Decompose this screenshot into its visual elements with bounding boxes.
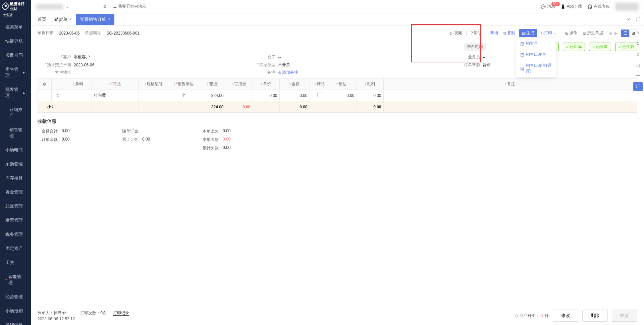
product-count: ◇ 商品种类： 1 种 (515, 313, 549, 319)
sidebar-item-label: 小畅报销 (5, 308, 23, 314)
print-button[interactable]: ⎙打印⌄ (540, 29, 558, 37)
payment-title: 收款信息 (38, 118, 637, 124)
sidebar-item-10[interactable]: 资金管理 (0, 185, 31, 199)
sidebar-item-8[interactable]: 采购管理 (0, 157, 31, 171)
close-all-tabs-icon[interactable]: ✕ (625, 16, 632, 23)
org-name-blurred (36, 4, 63, 9)
history-button[interactable]: ▤历史单据 (581, 29, 604, 37)
col-price[interactable]: ▴▾单价 (253, 78, 279, 90)
sidebar-item-4[interactable]: 批发管理▲ (0, 83, 31, 103)
sidebar-item-5[interactable]: 营销推广 (0, 103, 31, 123)
right-rail: ✎ ↻ ☺ ◰ ⚯ ⛶ (633, 25, 644, 94)
rail-user-icon[interactable]: ☺ (633, 50, 643, 59)
col-remark[interactable]: ▴▾备注 (383, 78, 637, 90)
sidebar-item-label: 发票管理 (5, 217, 23, 223)
view-list-icon[interactable]: ☰ (621, 30, 629, 37)
generate-dropdown: ▤销货单 ▤销售出库单 ▤销售出库单(退库) (516, 38, 556, 77)
tab-1[interactable]: 销货单× (50, 14, 76, 25)
rail-history-icon[interactable]: ↻ (633, 39, 643, 48)
video-link[interactable]: ▷视频 (449, 29, 464, 37)
sidebar-item-15[interactable]: 工资 (0, 256, 31, 270)
dropdown-item-return[interactable]: ▤销售出库单(退库) (516, 60, 556, 77)
brand-edition: 专业版 (0, 13, 31, 17)
tabs-bar: 首页销货单×查看销售订单× ✕ ⛶ (31, 13, 644, 25)
row-unit: 个 (169, 90, 199, 101)
close-icon[interactable]: × (69, 17, 72, 22)
delete-button[interactable]: 删除 (582, 310, 608, 322)
delivery-value: 2023-06-06 (74, 63, 94, 67)
fullscreen-icon[interactable]: ⛶ (635, 16, 641, 23)
sidebar-item-7[interactable]: 小畅电商 (0, 143, 31, 157)
add-button[interactable]: +新增 (486, 29, 499, 37)
warehouse-value: -- (278, 55, 281, 60)
rail-note-icon[interactable]: ✎ (633, 28, 643, 38)
sidebar-item-label: 智能管理 (8, 274, 25, 286)
add-note-link[interactable]: ⊕添加备注 (278, 70, 298, 75)
customer-service-link[interactable]: 🎧 在线客服 (587, 4, 610, 9)
sidebar-item-16[interactable]: 智能管理 (0, 270, 31, 290)
next-doc-icon[interactable]: ▶ (613, 30, 619, 37)
sidebar-item-label: 批发管理 (5, 87, 22, 99)
col-qty[interactable]: ▴▾*数量 (199, 78, 226, 90)
demo-link[interactable]: ☁ 我要看实例演示 (113, 4, 146, 9)
rail-ticket-icon[interactable]: ◰ (633, 60, 643, 70)
print-log-link[interactable]: 打印记录 (113, 311, 129, 316)
col-product[interactable]: ▴▾*商品 (92, 78, 139, 90)
modify-button[interactable]: 修改 (553, 310, 578, 322)
sidebar-item-14[interactable]: 固定资产 (0, 241, 31, 256)
sidebar-item-13[interactable]: 税务管理 (0, 227, 31, 241)
doc-toolbar: 单据日期 2023-06-06 单据编号 SO-20230606-001 ▷视频… (31, 25, 644, 41)
col-amount[interactable]: ▴▾金额 (279, 78, 310, 90)
col-available[interactable]: ▴▾可用量 (226, 78, 253, 90)
current-debt-label: 本单欠款 (199, 137, 219, 143)
messages-link[interactable]: 💬 消息 99+ (541, 4, 555, 9)
org-settings-icon[interactable]: ⚙ (101, 3, 109, 11)
app-download-link[interactable]: 📱 App下载 (560, 4, 582, 9)
source-value: 普通 (483, 62, 491, 68)
sidebar-item-11[interactable]: 总账管理 (0, 199, 31, 213)
table-row[interactable]: 1 打包费 个 324.00 0.00 0.00 0.00 0.00 (38, 90, 637, 101)
org-selector[interactable]: ⌄ (36, 4, 97, 9)
help-link[interactable]: ?帮助 (469, 29, 483, 37)
sidebar-item-6[interactable]: 销售管理 (0, 123, 31, 143)
tab-2[interactable]: 查看销售订单× (76, 14, 114, 25)
col-spec[interactable]: ▴▾规格型号 (139, 78, 169, 90)
copy-button[interactable]: ⧉复制 (502, 29, 517, 37)
col-gear[interactable]: ⚙ (38, 78, 51, 90)
tab-0[interactable]: 首页 (34, 14, 50, 25)
delivery-label: 预计交货日期 (47, 62, 71, 67)
col-estimate[interactable]: ▴▾预估... (330, 78, 357, 90)
sidebar-item-12[interactable]: 发票管理 (0, 213, 31, 227)
sidebar-item-1[interactable]: 快捷导航 (0, 34, 31, 48)
sidebar-item-18[interactable]: 小畅报销 (0, 304, 31, 318)
close-icon[interactable]: × (108, 17, 110, 22)
operate-button[interactable]: ⊞操作 (564, 29, 579, 37)
rail-link-icon[interactable]: ⚯ (633, 71, 643, 80)
dropdown-item-outbound[interactable]: ▤销售出库单 (516, 49, 556, 60)
out-badge: ✓已出库 (563, 43, 585, 51)
generate-button[interactable]: ▤生成 ▤销货单 ▤销售出库单 ▤销售出库单(退库) (519, 29, 537, 37)
col-profit[interactable]: ▴▾毛利 (357, 78, 383, 90)
address-value: -- (74, 70, 76, 75)
checkbox-icon[interactable] (317, 93, 322, 97)
sidebar-item-19[interactable]: 基础信息 (0, 318, 31, 325)
user-avatar-blurred[interactable] (615, 3, 639, 11)
col-unit[interactable]: ▴▾*销售单位 (169, 78, 199, 90)
source-chip: 来自电脑 (464, 43, 486, 51)
col-barcode[interactable]: ▴▾条码 (65, 78, 92, 90)
sidebar-item-2[interactable]: 项目合同 (0, 48, 31, 62)
row-estimate: 0.00 (330, 90, 357, 101)
sidebar-item-3[interactable]: 零售管理▼ (0, 62, 31, 83)
col-gift[interactable]: ▴▾赠品 (310, 78, 330, 90)
rail-expand-icon[interactable]: ⛶ (633, 82, 643, 91)
accum-deposit-value: 0.00 (142, 137, 150, 143)
sidebar-item-9[interactable]: 库存核算 (0, 171, 31, 185)
sidebar-item-17[interactable]: 经营管理 (0, 290, 31, 304)
prev-doc-icon[interactable]: ◀ (607, 30, 612, 37)
doc-date-value: 2023-06-06 (59, 31, 79, 36)
row-gift[interactable] (310, 90, 330, 101)
total-value: 0.00 (62, 128, 69, 134)
print-icon: ⎙ (541, 31, 543, 36)
dropdown-item-sales[interactable]: ▤销货单 (516, 38, 556, 49)
sidebar-item-0[interactable]: 搜索菜单 (0, 20, 31, 34)
